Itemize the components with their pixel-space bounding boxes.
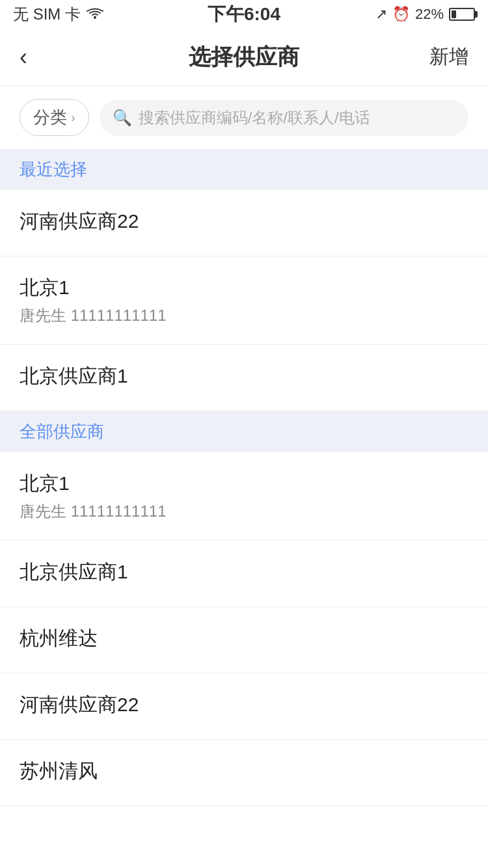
carrier-text: 无 SIM 卡 — [13, 4, 81, 25]
status-left: 无 SIM 卡 — [13, 4, 104, 25]
search-box[interactable]: 🔍 搜索供应商编码/名称/联系人/电话 — [100, 100, 468, 136]
item-name: 河南供应商22 — [20, 692, 468, 718]
wifi-icon — [86, 5, 104, 23]
all-list-item[interactable]: 杭州维达 — [0, 607, 488, 673]
item-name: 北京1 — [20, 275, 468, 301]
nav-bar: ‹ 选择供应商 新增 — [0, 29, 488, 86]
battery-percent: 22% — [415, 6, 444, 23]
search-icon: 🔍 — [113, 109, 132, 127]
all-list-item[interactable]: 北京供应商1 — [0, 541, 488, 607]
page-title: 选择供应商 — [189, 42, 299, 72]
item-detail: 唐先生 11111111111 — [20, 305, 468, 326]
recent-list-item[interactable]: 北京供应商1 — [0, 345, 488, 411]
item-name: 河南供应商22 — [20, 208, 468, 235]
recent-list-item[interactable]: 北京1唐先生 11111111111 — [0, 256, 488, 345]
search-placeholder: 搜索供应商编码/名称/联系人/电话 — [139, 107, 370, 128]
item-detail: 唐先生 11111111111 — [20, 501, 468, 522]
recent-section-header: 最近选择 — [0, 149, 488, 190]
item-name: 苏州清风 — [20, 758, 468, 785]
status-time: 下午6:04 — [208, 2, 280, 27]
filter-bar: 分类 › 🔍 搜索供应商编码/名称/联系人/电话 — [0, 86, 488, 149]
all-list-item[interactable]: 苏州清风 — [0, 740, 488, 806]
location-icon: ↗ — [375, 6, 387, 23]
item-name: 北京供应商1 — [20, 363, 468, 390]
all-section-header: 全部供应商 — [0, 411, 488, 452]
battery-icon — [449, 8, 475, 21]
add-button[interactable]: 新增 — [429, 44, 468, 70]
recent-list: 河南供应商22北京1唐先生 11111111111北京供应商1 — [0, 190, 488, 411]
item-name: 北京供应商1 — [20, 559, 468, 586]
all-list-item[interactable]: 北京1唐先生 11111111111 — [0, 452, 488, 541]
svg-point-0 — [94, 16, 96, 19]
status-bar: 无 SIM 卡 下午6:04 ↗ ⏰ 22% — [0, 0, 488, 29]
chevron-right-icon: › — [71, 110, 75, 125]
all-list-item[interactable]: 河南供应商22 — [0, 673, 488, 740]
item-name: 北京1 — [20, 470, 468, 497]
all-list: 北京1唐先生 11111111111北京供应商1杭州维达河南供应商22苏州清风 — [0, 452, 488, 806]
alarm-icon: ⏰ — [392, 6, 410, 23]
recent-list-item[interactable]: 河南供应商22 — [0, 190, 488, 256]
status-right: ↗ ⏰ 22% — [375, 6, 475, 23]
category-button[interactable]: 分类 › — [20, 99, 89, 136]
category-label: 分类 — [33, 106, 67, 129]
item-name: 杭州维达 — [20, 625, 468, 652]
back-button[interactable]: ‹ — [20, 44, 59, 71]
